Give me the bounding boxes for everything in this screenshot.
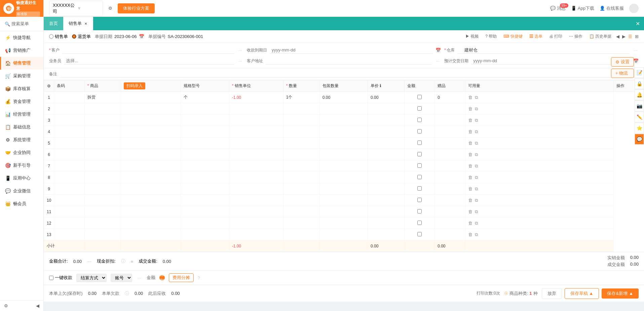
row-unit[interactable] (181, 195, 229, 206)
side-btn-7[interactable]: 💬 (635, 134, 644, 145)
tab-home[interactable]: 首页 (44, 17, 63, 30)
row-amount[interactable] (368, 218, 405, 229)
sidebar-item-enterprise[interactable]: 🤝 企业协同 (0, 146, 43, 159)
side-btn-5[interactable]: ✏️ (635, 112, 644, 122)
side-btn-6[interactable]: ⭐ (635, 123, 644, 133)
search-menu-button[interactable]: 🔍 搜索菜单 (3, 20, 41, 28)
print-btn[interactable]: 🖨 打印 (547, 33, 564, 40)
expected-date-input[interactable] (471, 57, 631, 65)
row-quantity[interactable] (229, 160, 283, 172)
copy-icon[interactable]: ⧉ (475, 232, 478, 237)
row-gift[interactable] (404, 229, 434, 240)
delete-icon[interactable]: 🗑 (468, 209, 472, 214)
row-spec[interactable] (121, 218, 181, 229)
row-amount[interactable] (368, 172, 405, 183)
row-quantity[interactable] (229, 115, 283, 126)
delete-icon[interactable]: 🗑 (468, 198, 472, 203)
warehouse-dots-btn[interactable]: ··· (632, 48, 639, 53)
side-btn-1[interactable]: 📝 (635, 67, 644, 78)
copy-icon[interactable]: ⧉ (475, 221, 478, 226)
row-spec[interactable] (121, 229, 181, 240)
row-product[interactable] (84, 206, 121, 218)
close-window-icon[interactable]: ✕ (636, 21, 640, 27)
collapse-icon[interactable]: ◀ (36, 303, 39, 308)
prev-icon[interactable]: ◀ (616, 34, 619, 39)
calendar-icon[interactable]: 📅 (139, 34, 144, 39)
row-pkg-qty[interactable] (283, 103, 319, 115)
account-select[interactable]: 账号 (111, 274, 132, 282)
row-price[interactable] (319, 229, 368, 240)
delete-icon[interactable]: 🗑 (468, 106, 472, 111)
row-gift[interactable] (404, 103, 434, 115)
scan-button[interactable]: 扫码录入 (124, 82, 145, 89)
copy-icon[interactable]: ⧉ (475, 95, 478, 100)
row-unit[interactable] (181, 115, 229, 126)
product-type-icon[interactable]: ☉ (504, 291, 508, 296)
customer-input[interactable] (62, 46, 234, 54)
row-price[interactable] (319, 172, 368, 183)
video-btn[interactable]: ▶ 视频 (463, 33, 481, 40)
copy-icon[interactable]: ⧉ (475, 163, 478, 168)
row-spec[interactable] (121, 160, 181, 172)
copy-icon[interactable]: ⧉ (475, 209, 478, 214)
notes-input[interactable] (60, 70, 639, 78)
row-pkg-qty[interactable]: 1个 (283, 92, 319, 103)
row-gift[interactable] (404, 218, 434, 229)
payment-help-icon[interactable]: ? (198, 275, 200, 280)
row-product[interactable] (84, 229, 121, 240)
copy-icon[interactable]: ⧉ (475, 106, 478, 111)
side-btn-4[interactable]: 📷 (635, 101, 644, 111)
sales-radio-input[interactable] (49, 34, 53, 39)
one-click-checkbox-input[interactable] (49, 276, 53, 280)
dots-btn-payment[interactable]: ··· (136, 275, 143, 280)
row-quantity[interactable] (229, 206, 283, 218)
list-view-icon[interactable]: ☰ (628, 34, 632, 39)
row-spec[interactable] (121, 172, 181, 183)
row-amount[interactable]: 0.00 (368, 92, 405, 103)
row-gift[interactable] (404, 160, 434, 172)
copy-icon[interactable]: ⧉ (475, 198, 478, 203)
save-draft-button[interactable]: 保存草稿 ▲ (565, 288, 599, 299)
row-product[interactable]: 拆货 (84, 92, 121, 103)
delete-icon[interactable]: 🗑 (468, 118, 472, 123)
owe-help-icon[interactable]: ⓘ (125, 290, 129, 297)
row-pkg-qty[interactable] (283, 115, 319, 126)
row-pkg-qty[interactable] (283, 138, 319, 149)
help-btn[interactable]: ? 帮助 (483, 33, 499, 40)
sales-order-radio[interactable]: 销售单 (49, 34, 68, 40)
help-circle-icon[interactable]: ⓘ (121, 258, 125, 264)
row-quantity[interactable] (229, 172, 283, 183)
row-barcode[interactable] (54, 149, 84, 160)
copy-icon[interactable]: ⧉ (475, 141, 478, 146)
sidebar-item-quick-nav[interactable]: ⚡ 快捷导航 (0, 31, 43, 44)
row-spec[interactable] (121, 92, 181, 103)
side-btn-3[interactable]: 🔔 (635, 89, 644, 100)
row-price[interactable] (319, 206, 368, 218)
history-btn[interactable]: 📋 历史单据 (587, 33, 613, 40)
row-unit[interactable] (181, 229, 229, 240)
delete-icon[interactable]: 🗑 (468, 175, 472, 180)
logistics-button[interactable]: + 物流 (611, 69, 634, 78)
row-product[interactable] (84, 160, 121, 172)
row-barcode[interactable] (54, 126, 84, 138)
sidebar-search[interactable]: 🔍 搜索菜单 (0, 17, 43, 31)
row-unit[interactable] (181, 103, 229, 115)
row-quantity[interactable] (229, 218, 283, 229)
row-amount[interactable] (368, 229, 405, 240)
row-product[interactable] (84, 138, 121, 149)
row-pkg-qty[interactable] (283, 160, 319, 172)
sidebar-item-basic[interactable]: 📋 基础信息 (0, 121, 43, 133)
row-gift[interactable] (404, 206, 434, 218)
row-barcode[interactable] (54, 103, 84, 115)
row-barcode[interactable] (54, 138, 84, 149)
warehouse-input[interactable] (457, 46, 630, 54)
payment-calendar-icon[interactable]: 📅 (435, 48, 441, 53)
row-unit[interactable] (181, 183, 229, 195)
row-quantity[interactable]: -1.00 (229, 92, 283, 103)
next-icon[interactable]: ▶ (622, 34, 626, 39)
row-spec[interactable] (121, 126, 181, 138)
payment-date-input[interactable] (270, 46, 433, 54)
gift-checkbox[interactable] (417, 221, 422, 225)
row-quantity[interactable] (229, 138, 283, 149)
gift-checkbox[interactable] (417, 129, 422, 133)
